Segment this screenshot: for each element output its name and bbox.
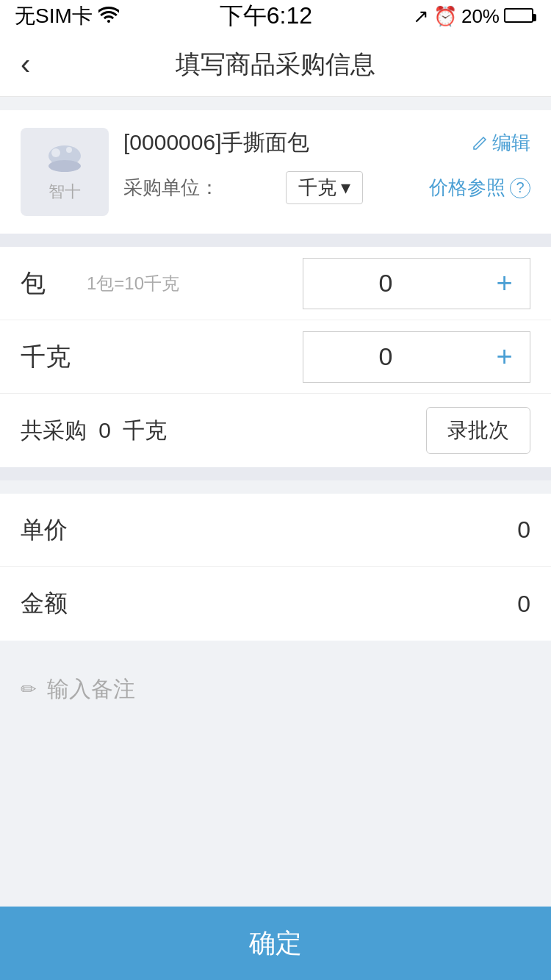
carrier-text: 无SIM卡 — [15, 2, 93, 30]
kg-unit-label: 千克 — [21, 340, 79, 374]
purchase-unit-row: 采购单位： 千克 ▾ 价格参照 ? — [123, 171, 530, 204]
kg-input-row: 千克 + — [0, 320, 551, 394]
info-icon: ? — [510, 178, 530, 198]
pricing-section: 单价 0 金额 0 — [0, 494, 551, 641]
status-right: ↗ ⏰ 20% — [413, 5, 536, 28]
status-time: 下午6:12 — [220, 0, 312, 32]
price-ref-button[interactable]: 价格参照 ? — [429, 175, 530, 201]
amount-row: 金额 0 — [0, 567, 551, 641]
status-bar: 无SIM卡 下午6:12 ↗ ⏰ 20% — [0, 0, 551, 32]
bag-input-row: 包 1包=10千克 + — [0, 247, 551, 320]
amount-label: 金额 — [21, 588, 68, 620]
edit-button[interactable]: 编辑 — [472, 130, 530, 156]
status-carrier: 无SIM卡 — [15, 2, 119, 30]
kg-quantity-input[interactable] — [303, 331, 479, 383]
product-card: 智十 [0000006]手撕面包 编辑 采购单位： 千克 ▾ 价格参照 ? — [0, 110, 551, 234]
alarm-icon: ⏰ — [433, 5, 457, 28]
product-info: [0000006]手撕面包 编辑 采购单位： 千克 ▾ 价格参照 ? — [123, 128, 530, 204]
summary-row: 共采购 0 千克 录批次 — [0, 394, 551, 467]
nav-bar: ‹ 填写商品采购信息 — [0, 32, 551, 97]
svg-point-1 — [51, 148, 60, 157]
product-name: [0000006]手撕面包 — [123, 128, 309, 158]
product-image-label: 智十 — [48, 181, 81, 203]
page-title: 填写商品采购信息 — [176, 48, 375, 82]
svg-point-2 — [66, 147, 72, 153]
bag-quantity-input[interactable] — [303, 258, 479, 309]
bag-input-wrapper: + — [303, 258, 530, 309]
bag-unit-label: 包 — [21, 267, 79, 300]
unit-select[interactable]: 千克 ▾ — [286, 171, 363, 204]
section-divider-1 — [0, 234, 551, 247]
pencil-icon: ✏ — [21, 678, 37, 701]
unit-price-label: 单价 — [21, 514, 68, 547]
section-divider-2 — [0, 467, 551, 480]
product-image: 智十 — [21, 128, 109, 216]
svg-point-3 — [48, 160, 81, 172]
remarks-input[interactable]: ✏ 输入备注 — [21, 674, 530, 705]
product-name-row: [0000006]手撕面包 编辑 — [123, 128, 530, 158]
battery-percent: 20% — [461, 5, 500, 28]
back-button[interactable]: ‹ — [21, 48, 65, 81]
remarks-section[interactable]: ✏ 输入备注 — [0, 654, 551, 801]
battery-icon — [504, 5, 536, 28]
summary-text: 共采购 0 千克 — [21, 416, 167, 446]
kg-plus-button[interactable]: + — [479, 331, 530, 383]
bag-plus-button[interactable]: + — [479, 258, 530, 309]
confirm-button[interactable]: 确定 — [0, 907, 551, 980]
unit-price-row: 单价 0 — [0, 494, 551, 567]
unit-price-value: 0 — [517, 516, 530, 544]
remarks-placeholder: 输入备注 — [47, 674, 135, 705]
amount-value: 0 — [517, 591, 530, 618]
batch-button[interactable]: 录批次 — [426, 407, 530, 454]
location-icon: ↗ — [413, 5, 429, 28]
quantity-section: 包 1包=10千克 + 千克 + — [0, 247, 551, 394]
wifi-icon — [98, 4, 119, 28]
unit-label: 采购单位： — [123, 175, 219, 201]
kg-input-wrapper: + — [303, 331, 530, 383]
bag-conversion-label: 1包=10千克 — [87, 272, 303, 295]
chevron-down-icon: ▾ — [341, 176, 350, 199]
